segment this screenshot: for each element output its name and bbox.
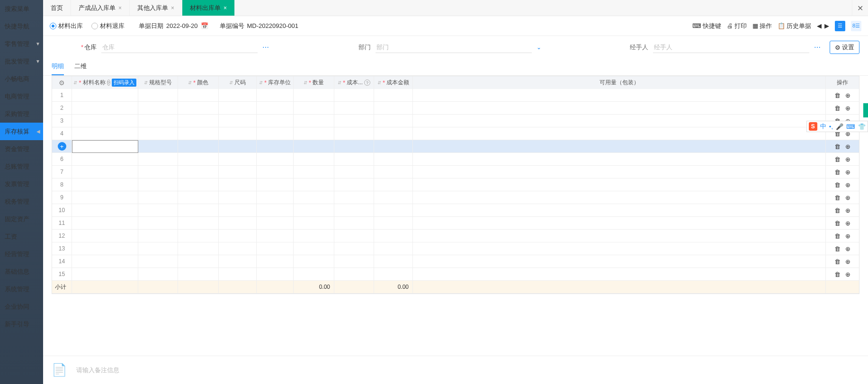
table-row[interactable]: 13🗑⊕ bbox=[52, 242, 859, 255]
sidebar-item-7[interactable]: 库存核算◀ bbox=[0, 123, 43, 140]
insert-icon[interactable]: ⊕ bbox=[845, 105, 850, 112]
prev-doc-icon[interactable]: ◀ bbox=[817, 22, 822, 29]
table-cell[interactable] bbox=[72, 140, 138, 153]
sidebar-item-0[interactable]: 搜索菜单 bbox=[0, 0, 43, 18]
table-row[interactable]: 10🗑⊕ bbox=[52, 204, 859, 217]
ime-dot-icon[interactable]: •, bbox=[829, 123, 833, 130]
dept-input[interactable] bbox=[376, 42, 532, 53]
insert-icon[interactable]: ⊕ bbox=[845, 169, 850, 176]
dept-dropdown-icon[interactable]: ⌄ bbox=[537, 44, 541, 51]
ime-person-icon[interactable]: 👕 bbox=[858, 123, 866, 130]
sidebar-item-8[interactable]: 资金管理 bbox=[0, 140, 43, 158]
table-row[interactable]: 6🗑⊕ bbox=[52, 153, 859, 166]
settings-button[interactable]: ⚙设置 bbox=[830, 41, 859, 54]
shortcut-button[interactable]: ⌨快捷键 bbox=[692, 22, 721, 30]
operation-button[interactable]: ▦操作 bbox=[752, 22, 772, 30]
insert-icon[interactable]: ⊕ bbox=[845, 220, 850, 227]
insert-icon[interactable]: ⊕ bbox=[845, 143, 850, 150]
col-header[interactable]: ⇵*成本... ? bbox=[334, 76, 374, 89]
insert-icon[interactable]: ⊕ bbox=[845, 258, 850, 265]
table-row[interactable]: +🗑⊕ bbox=[52, 140, 859, 153]
warehouse-input[interactable] bbox=[101, 42, 258, 53]
view-mode-2[interactable]: 8☰ bbox=[851, 21, 861, 31]
sidebar-item-13[interactable]: 工资 bbox=[0, 228, 43, 245]
col-header[interactable]: ⇵尺码 bbox=[219, 76, 257, 89]
sidebar-item-15[interactable]: 基础信息 bbox=[0, 263, 43, 280]
remark-input[interactable] bbox=[76, 364, 859, 376]
table-row[interactable]: 11🗑⊕ bbox=[52, 217, 859, 230]
sidebar-item-6[interactable]: 采购管理 bbox=[0, 105, 43, 123]
insert-icon[interactable]: ⊕ bbox=[845, 194, 850, 201]
sidebar-item-2[interactable]: 零售管理▼ bbox=[0, 35, 43, 53]
delete-icon[interactable]: 🗑 bbox=[834, 194, 841, 201]
view-mode-1[interactable]: ☰ bbox=[835, 21, 845, 31]
table-row[interactable]: 2🗑⊕ bbox=[52, 102, 859, 115]
table-row[interactable]: 15🗑⊕ bbox=[52, 268, 859, 281]
tab-1[interactable]: 产成品入库单× bbox=[71, 0, 130, 16]
col-header[interactable]: 可用量（包装） bbox=[413, 76, 826, 89]
table-row[interactable]: 9🗑⊕ bbox=[52, 191, 859, 204]
sidebar-item-3[interactable]: 批发管理▼ bbox=[0, 53, 43, 70]
insert-icon[interactable]: ⊕ bbox=[845, 181, 850, 188]
col-header[interactable]: ⇵*颜色 bbox=[178, 76, 219, 89]
radio-material-out[interactable]: 材料出库 bbox=[50, 22, 83, 30]
person-more-icon[interactable]: ⋯ bbox=[814, 44, 821, 51]
tab-0[interactable]: 首页 bbox=[43, 0, 71, 16]
tab-3[interactable]: 材料出库单× bbox=[182, 0, 235, 16]
insert-icon[interactable]: ⊕ bbox=[845, 156, 850, 163]
delete-icon[interactable]: 🗑 bbox=[834, 156, 841, 163]
delete-icon[interactable]: 🗑 bbox=[834, 207, 841, 214]
delete-icon[interactable]: 🗑 bbox=[834, 143, 841, 150]
sidebar-item-14[interactable]: 经营管理 bbox=[0, 245, 43, 263]
sidebar-item-4[interactable]: 小畅电商 bbox=[0, 70, 43, 88]
delete-icon[interactable]: 🗑 bbox=[834, 220, 841, 227]
sidebar-item-12[interactable]: 固定资产 bbox=[0, 210, 43, 228]
table-row[interactable]: 8🗑⊕ bbox=[52, 179, 859, 191]
scan-tag[interactable]: 扫码录入 bbox=[112, 79, 136, 87]
delete-icon[interactable]: 🗑 bbox=[834, 232, 841, 240]
delete-icon[interactable]: 🗑 bbox=[834, 258, 841, 265]
add-row-icon[interactable]: + bbox=[58, 142, 66, 151]
sidebar-item-1[interactable]: 快捷导航 bbox=[0, 18, 43, 35]
col-header[interactable]: ⚙ bbox=[52, 76, 72, 89]
insert-icon[interactable]: ⊕ bbox=[845, 271, 850, 278]
help-icon[interactable]: ? bbox=[107, 80, 110, 86]
col-header[interactable]: ⇵规格型号 bbox=[138, 76, 178, 89]
subtab-matrix[interactable]: 二维 bbox=[74, 62, 87, 75]
ime-kbd-icon[interactable]: ⌨ bbox=[846, 123, 855, 130]
table-row[interactable]: 1🗑⊕ bbox=[52, 89, 859, 102]
sidebar-item-16[interactable]: 系统管理 bbox=[0, 280, 43, 298]
table-row[interactable]: 4🗑⊕ bbox=[52, 127, 859, 140]
delete-icon[interactable]: 🗑 bbox=[834, 92, 841, 99]
sidebar-item-17[interactable]: 企业协同 bbox=[0, 298, 43, 315]
tab-2[interactable]: 其他入库单× bbox=[130, 0, 182, 16]
delete-icon[interactable]: 🗑 bbox=[834, 181, 841, 188]
sidebar-item-9[interactable]: 总账管理 bbox=[0, 158, 43, 175]
ime-widget[interactable]: S 中 •, 🎤 ⌨ 👕 bbox=[806, 121, 868, 132]
table-row[interactable]: 3🗑⊕ bbox=[52, 115, 859, 127]
insert-icon[interactable]: ⊕ bbox=[845, 92, 850, 99]
subtab-detail[interactable]: 明细 bbox=[52, 62, 64, 75]
col-header[interactable]: 操作 bbox=[826, 76, 859, 89]
history-button[interactable]: 📋历史单据 bbox=[778, 22, 811, 30]
sidebar-item-11[interactable]: 税务管理 bbox=[0, 193, 43, 210]
ime-lang[interactable]: 中 bbox=[820, 122, 826, 131]
delete-icon[interactable]: 🗑 bbox=[834, 271, 841, 278]
close-all-tabs[interactable]: ✕ bbox=[852, 0, 868, 16]
help-icon[interactable]: ? bbox=[364, 80, 370, 86]
side-handle[interactable] bbox=[863, 103, 868, 117]
ime-mic-icon[interactable]: 🎤 bbox=[836, 123, 843, 130]
insert-icon[interactable]: ⊕ bbox=[845, 245, 850, 252]
sidebar-item-10[interactable]: 发票管理 bbox=[0, 175, 43, 193]
close-icon[interactable]: × bbox=[118, 5, 122, 11]
sidebar-item-18[interactable]: 新手引导 bbox=[0, 315, 43, 333]
col-header[interactable]: ⇵*成本金额 bbox=[374, 76, 413, 89]
warehouse-more-icon[interactable]: ⋯ bbox=[262, 44, 269, 51]
print-button[interactable]: 🖨打印 bbox=[727, 22, 747, 30]
next-doc-icon[interactable]: ▶ bbox=[824, 22, 829, 29]
gear-icon[interactable]: ⚙ bbox=[59, 79, 65, 87]
close-icon[interactable]: × bbox=[171, 5, 174, 11]
radio-material-return[interactable]: 材料退库 bbox=[91, 22, 125, 30]
table-row[interactable]: 12🗑⊕ bbox=[52, 230, 859, 242]
doc-date-value[interactable]: 2022-09-20 bbox=[166, 22, 198, 29]
